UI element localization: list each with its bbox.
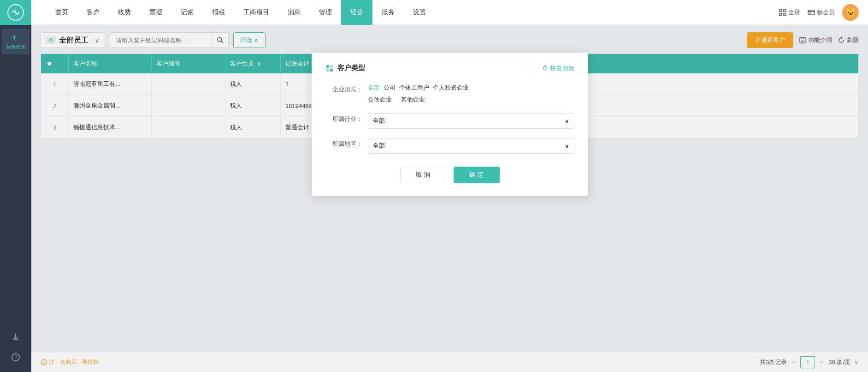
nav-invoice[interactable]: 票据 <box>140 0 171 25</box>
member-label: 畅会员 <box>817 8 835 17</box>
industry-select[interactable]: 全部 ∨ <box>368 113 574 129</box>
fullscreen-button[interactable]: 全屏 <box>779 8 800 17</box>
modal-reset-label: 恢复初始 <box>550 64 574 72</box>
nav-message[interactable]: 消息 <box>278 0 310 25</box>
sidebar-item-operation[interactable]: ¥ 经营管理 <box>2 29 30 54</box>
option-other[interactable]: 其他企业 <box>401 96 425 104</box>
enterprise-form-label: 企业形式： <box>325 84 362 94</box>
nav-business[interactable]: 工商项目 <box>234 0 278 25</box>
nav-home[interactable]: 首页 <box>46 0 77 25</box>
region-row: 所属地区： 全部 ∨ <box>325 138 574 154</box>
confirm-button[interactable]: 确 定 <box>454 167 500 183</box>
enterprise-form-row: 企业形式： 全部 公司 个体工商户 个人独资企业 合伙企业 其他企业 <box>325 84 574 104</box>
region-label: 所属地区： <box>325 138 362 148</box>
enterprise-form-options: 全部 公司 个体工商户 个人独资企业 合伙企业 其他企业 <box>368 84 574 104</box>
filter-modal: 客户类型 恢复初始 企业形式： 全部 公司 <box>312 53 588 196</box>
svg-rect-2 <box>779 13 782 16</box>
modal-header: 客户类型 恢复初始 <box>325 64 574 72</box>
svg-rect-12 <box>330 65 333 68</box>
nav-items: 首页 客户 收费 票据 记账 报税 工商项目 消息 管理 经营 服务 设置 <box>46 0 779 25</box>
nav-accounting[interactable]: 记账 <box>171 0 203 25</box>
logo-area <box>0 0 31 25</box>
nav-settings[interactable]: 设置 <box>404 0 435 25</box>
main-content: 图 全部员工 ∨ 筛选 ∧ 开通新客户 <box>31 25 868 372</box>
svg-rect-13 <box>326 69 329 72</box>
region-select[interactable]: 全部 ∨ <box>368 138 574 154</box>
sidebar-bottom: ? <box>0 328 31 372</box>
modal-reset-button[interactable]: 恢复初始 <box>542 64 574 72</box>
svg-rect-5 <box>809 12 811 13</box>
svg-rect-0 <box>779 9 782 12</box>
sidebar-item-label: 经营管理 <box>6 44 25 50</box>
modal-title-text: 客户类型 <box>337 64 365 72</box>
option-all[interactable]: 全部 <box>368 84 380 92</box>
industry-value-container: 全部 ∨ <box>368 113 574 129</box>
layout: ¥ 经营管理 ? 图 全部员工 <box>0 25 868 372</box>
nav-service[interactable]: 服务 <box>372 0 404 25</box>
top-nav: 首页 客户 收费 票据 记账 报税 工商项目 消息 管理 经营 服务 设置 全屏 <box>0 0 868 25</box>
svg-text:¥: ¥ <box>12 34 16 42</box>
nav-manage[interactable]: 管理 <box>310 0 341 25</box>
region-select-value: 全部 <box>373 142 385 150</box>
nav-operation[interactable]: 经营 <box>341 0 372 25</box>
svg-rect-11 <box>326 65 329 68</box>
modal-overlay: 客户类型 恢复初始 企业形式： 全部 公司 <box>31 25 868 372</box>
region-value-container: 全部 ∨ <box>368 138 574 154</box>
option-partnership[interactable]: 合伙企业 <box>368 96 392 104</box>
industry-label: 所属行业： <box>325 113 362 123</box>
nav-right: 全屏 畅会员 🐱 <box>779 4 859 21</box>
option-individual[interactable]: 个体工商户 <box>399 84 429 92</box>
modal-footer: 取 消 确 定 <box>325 167 574 183</box>
fullscreen-label: 全屏 <box>788 8 800 17</box>
logo-icon <box>7 4 24 21</box>
sidebar-help[interactable]: ? <box>2 348 30 366</box>
avatar: 🐱 <box>842 4 859 21</box>
industry-row: 所属行业： 全部 ∨ <box>325 113 574 129</box>
nav-billing[interactable]: 收费 <box>109 0 140 25</box>
svg-rect-1 <box>784 9 786 12</box>
svg-rect-14 <box>330 69 333 72</box>
industry-select-value: 全部 <box>373 117 385 125</box>
cancel-button[interactable]: 取 消 <box>400 167 446 183</box>
svg-text:?: ? <box>15 354 18 360</box>
nav-customer[interactable]: 客户 <box>77 0 109 25</box>
industry-dropdown-icon: ∨ <box>565 118 569 125</box>
sidebar-download[interactable] <box>2 328 30 346</box>
svg-rect-3 <box>784 13 786 16</box>
region-dropdown-icon: ∨ <box>565 143 569 150</box>
sidebar: ¥ 经营管理 ? <box>0 25 31 372</box>
modal-title: 客户类型 <box>325 64 365 72</box>
option-sole[interactable]: 个人独资企业 <box>433 84 469 92</box>
nav-tax[interactable]: 报税 <box>203 0 234 25</box>
member-button[interactable]: 畅会员 <box>808 8 835 17</box>
option-company[interactable]: 公司 <box>384 84 396 92</box>
